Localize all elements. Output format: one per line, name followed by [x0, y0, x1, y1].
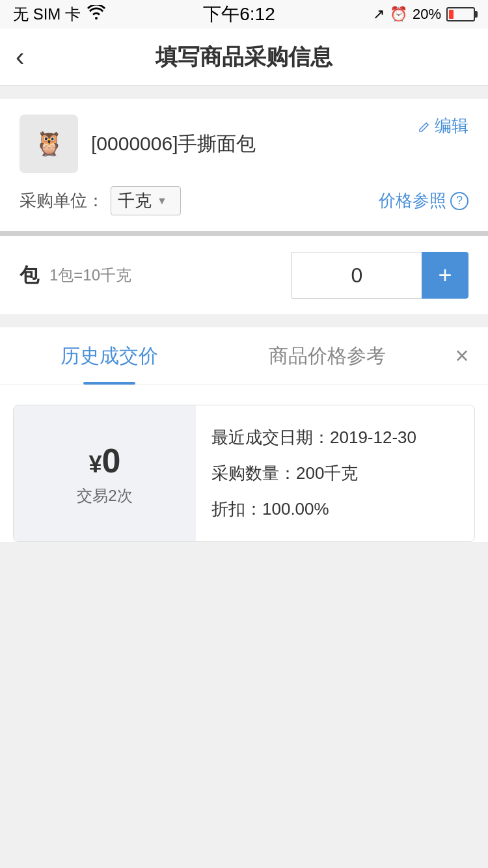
- status-right: ↗ ⏰ 20%: [373, 6, 475, 23]
- history-details-right: 最近成交日期：2019-12-30 采购数量：200千克 折扣：100.00%: [196, 405, 474, 541]
- price-ref-label: 价格参照: [379, 189, 446, 212]
- history-yen-symbol: ¥: [89, 451, 102, 478]
- battery-percent: 20%: [413, 6, 441, 23]
- history-quantity-row: 采购数量：200千克: [211, 461, 459, 486]
- tab-close-button[interactable]: ×: [436, 327, 488, 385]
- qty-unit-conversion: 1包=10千克: [49, 265, 131, 286]
- qty-input[interactable]: 0: [291, 252, 422, 299]
- tab-history-price-label: 历史成交价: [61, 343, 158, 370]
- history-price-left: ¥0 交易2次: [14, 405, 196, 541]
- tab-price-reference[interactable]: 商品价格参考: [218, 327, 436, 385]
- status-bar: 无 SIM 卡 下午6:12 ↗ ⏰ 20%: [0, 0, 488, 29]
- edit-label: 编辑: [435, 115, 468, 137]
- price-ref-button[interactable]: 价格参照 ?: [379, 189, 468, 212]
- back-button[interactable]: ‹: [16, 42, 24, 72]
- tabs-header: 历史成交价 商品价格参考 ×: [0, 327, 488, 385]
- product-unit-row: 采购单位： 千克 价格参照 ?: [20, 186, 468, 215]
- history-card: ¥0 交易2次 最近成交日期：2019-12-30 采购数量：200千克 折扣：…: [13, 405, 475, 542]
- unit-select[interactable]: 千克: [111, 186, 181, 215]
- history-transactions: 交易2次: [77, 485, 132, 506]
- status-time: 下午6:12: [203, 2, 275, 27]
- history-discount-row: 折扣：100.00%: [211, 496, 459, 522]
- history-price-value: ¥0: [89, 441, 121, 480]
- qty-plus-button[interactable]: +: [422, 252, 468, 299]
- tab-price-reference-label: 商品价格参考: [269, 343, 386, 370]
- history-recent-date-value: 2019-12-30: [330, 427, 416, 447]
- unit-label: 采购单位：: [20, 189, 104, 212]
- qty-controls: 0 +: [291, 252, 468, 299]
- product-header: 🦉 [0000006]手撕面包 编辑: [20, 115, 468, 173]
- price-ref-info-icon: ?: [450, 192, 468, 210]
- edit-button[interactable]: 编辑: [418, 115, 468, 137]
- divider-bar: [0, 231, 488, 236]
- product-card: 🦉 [0000006]手撕面包 编辑 采购单位： 千克 价格参照 ?: [0, 99, 488, 231]
- history-discount-value: 100.00%: [262, 499, 329, 519]
- edit-icon: [418, 119, 432, 133]
- qty-unit-badge: 包: [20, 262, 39, 289]
- battery-fill: [449, 10, 454, 19]
- bottom-area: [0, 562, 488, 868]
- qty-unit-info: 包 1包=10千克: [20, 262, 131, 289]
- alarm-icon: ⏰: [390, 6, 407, 23]
- history-recent-date-row: 最近成交日期：2019-12-30: [211, 425, 459, 450]
- page-title: 填写商品采购信息: [156, 42, 332, 72]
- product-thumbnail: 🦉: [20, 115, 78, 173]
- history-discount-label: 折扣：: [211, 499, 262, 519]
- history-quantity-label: 采购数量：: [211, 463, 296, 483]
- tab-history-price[interactable]: 历史成交价: [0, 327, 218, 385]
- history-amount: 0: [102, 442, 121, 480]
- nav-bar: ‹ 填写商品采购信息: [0, 29, 488, 86]
- unit-value: 千克: [118, 189, 152, 212]
- quantity-row: 包 1包=10千克 0 +: [0, 236, 488, 314]
- history-quantity-value: 200千克: [296, 463, 358, 483]
- tabs-section: 历史成交价 商品价格参考 × ¥0 交易2次 最近成交日期：2019-12-30…: [0, 327, 488, 542]
- status-left: 无 SIM 卡: [13, 4, 105, 25]
- product-name: [0000006]手撕面包: [91, 131, 256, 157]
- battery-icon: [446, 7, 475, 21]
- location-icon: ↗: [373, 6, 385, 23]
- wifi-icon: [87, 5, 105, 23]
- product-left: 🦉 [0000006]手撕面包: [20, 115, 256, 173]
- carrier-text: 无 SIM 卡: [13, 4, 81, 25]
- history-recent-date-label: 最近成交日期：: [211, 427, 330, 447]
- product-logo-icon: 🦉: [34, 130, 64, 157]
